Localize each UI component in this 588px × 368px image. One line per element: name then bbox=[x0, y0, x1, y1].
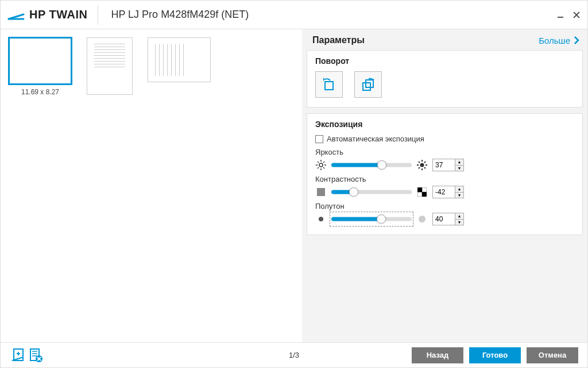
contrast-slider[interactable] bbox=[331, 186, 412, 198]
thumbnail-3-wrap bbox=[148, 37, 211, 82]
svg-rect-24 bbox=[422, 192, 427, 197]
delete-scan-icon bbox=[28, 348, 43, 363]
svg-rect-22 bbox=[317, 188, 325, 196]
contrast-label: Контрастность bbox=[315, 175, 574, 183]
auto-exposure-checkbox[interactable] bbox=[315, 135, 323, 143]
delete-scan-button[interactable] bbox=[27, 347, 44, 364]
device-name: HP LJ Pro M428fM429f (NET) bbox=[111, 9, 249, 21]
app-name: HP TWAIN bbox=[29, 8, 87, 21]
page-indicator: 1/3 bbox=[289, 351, 299, 359]
rotate-right-button[interactable] bbox=[354, 71, 382, 98]
svg-line-11 bbox=[323, 162, 324, 163]
svg-line-21 bbox=[419, 167, 420, 168]
thumbnail-2[interactable] bbox=[87, 37, 133, 95]
more-link-label: Больше bbox=[539, 36, 570, 45]
contrast-spin-down[interactable]: ▼ bbox=[455, 192, 463, 198]
scanner-icon bbox=[7, 9, 25, 21]
contrast-input[interactable] bbox=[433, 186, 455, 198]
svg-point-4 bbox=[319, 163, 323, 167]
close-button[interactable] bbox=[572, 11, 581, 19]
settings-title: Параметры bbox=[312, 35, 365, 45]
main-body: 11.69 x 8.27 Параметры Больше bbox=[1, 29, 587, 342]
settings-header: Параметры Больше bbox=[302, 29, 587, 50]
halftone-label: Полутон bbox=[315, 202, 574, 210]
svg-point-28 bbox=[419, 216, 425, 223]
app-window: HP TWAIN HP LJ Pro M428fM429f (NET) 11.6… bbox=[0, 0, 588, 368]
svg-rect-0 bbox=[558, 17, 563, 18]
svg-rect-2 bbox=[363, 83, 370, 90]
brightness-low-icon bbox=[315, 159, 327, 171]
svg-rect-25 bbox=[422, 187, 427, 192]
brightness-input[interactable] bbox=[433, 159, 455, 171]
svg-point-27 bbox=[319, 217, 323, 221]
svg-line-18 bbox=[419, 162, 420, 163]
svg-line-20 bbox=[424, 162, 425, 163]
footer: 1/3 Назад Готово Отмена bbox=[1, 342, 587, 367]
window-controls bbox=[556, 11, 581, 19]
auto-exposure-label: Автоматическая экспозиция bbox=[327, 135, 424, 143]
chevron-right-icon bbox=[574, 36, 579, 44]
rotation-panel: Поворот bbox=[307, 50, 583, 108]
thumbnail-2-wrap bbox=[87, 37, 133, 95]
thumbnail-1-caption: 11.69 x 8.27 bbox=[21, 88, 59, 96]
rotate-right-icon bbox=[359, 76, 377, 93]
svg-rect-26 bbox=[417, 192, 422, 197]
brightness-field: ▲ ▼ bbox=[432, 159, 464, 171]
app-logo: HP TWAIN bbox=[7, 5, 98, 25]
svg-rect-3 bbox=[366, 80, 373, 87]
svg-line-9 bbox=[318, 162, 319, 163]
add-scan-icon bbox=[11, 348, 26, 363]
auto-exposure-row[interactable]: Автоматическая экспозиция bbox=[315, 135, 574, 143]
add-scan-button[interactable] bbox=[10, 347, 27, 364]
halftone-field: ▲ ▼ bbox=[432, 213, 464, 225]
contrast-low-icon bbox=[315, 186, 327, 198]
thumbnail-1[interactable] bbox=[9, 37, 72, 85]
svg-line-12 bbox=[318, 167, 319, 168]
thumbnail-3[interactable] bbox=[148, 37, 211, 82]
minimize-button[interactable] bbox=[556, 11, 564, 19]
svg-rect-1 bbox=[325, 82, 333, 90]
brightness-spin-up[interactable]: ▲ bbox=[455, 159, 463, 165]
back-button[interactable]: Назад bbox=[412, 347, 463, 363]
brightness-high-icon bbox=[416, 159, 428, 171]
halftone-high-icon bbox=[416, 213, 428, 225]
svg-line-10 bbox=[323, 167, 324, 168]
rotation-title: Поворот bbox=[315, 56, 574, 66]
contrast-spin-up[interactable]: ▲ bbox=[455, 186, 463, 192]
halftone-low-icon bbox=[315, 213, 327, 225]
thumbnail-1-wrap: 11.69 x 8.27 bbox=[9, 37, 72, 96]
brightness-label: Яркость bbox=[315, 148, 574, 156]
exposure-title: Экспозиция bbox=[315, 120, 574, 129]
brightness-slider[interactable] bbox=[331, 159, 412, 171]
svg-rect-23 bbox=[417, 187, 422, 192]
brightness-row: ▲ ▼ bbox=[315, 159, 574, 171]
rotate-left-icon bbox=[320, 76, 338, 93]
contrast-field: ▲ ▼ bbox=[432, 186, 464, 198]
halftone-spin-up[interactable]: ▲ bbox=[455, 213, 463, 219]
halftone-slider[interactable] bbox=[331, 213, 412, 225]
settings-pane: Параметры Больше Поворот bbox=[302, 29, 587, 342]
contrast-row: ▲ ▼ bbox=[315, 186, 574, 198]
svg-line-19 bbox=[424, 167, 425, 168]
exposure-panel: Экспозиция Автоматическая экспозиция Ярк… bbox=[307, 113, 583, 235]
halftone-row: ▲ ▼ bbox=[315, 213, 574, 225]
done-button[interactable]: Готово bbox=[469, 347, 521, 363]
preview-pane: 11.69 x 8.27 bbox=[1, 29, 302, 342]
rotate-left-button[interactable] bbox=[315, 71, 343, 98]
contrast-high-icon bbox=[416, 186, 428, 198]
cancel-button[interactable]: Отмена bbox=[527, 347, 578, 363]
brightness-spin-down[interactable]: ▼ bbox=[455, 165, 463, 171]
halftone-input[interactable] bbox=[433, 213, 455, 225]
more-link[interactable]: Больше bbox=[539, 36, 579, 45]
svg-point-13 bbox=[420, 163, 424, 167]
halftone-spin-down[interactable]: ▼ bbox=[455, 219, 463, 225]
titlebar: HP TWAIN HP LJ Pro M428fM429f (NET) bbox=[1, 1, 587, 29]
